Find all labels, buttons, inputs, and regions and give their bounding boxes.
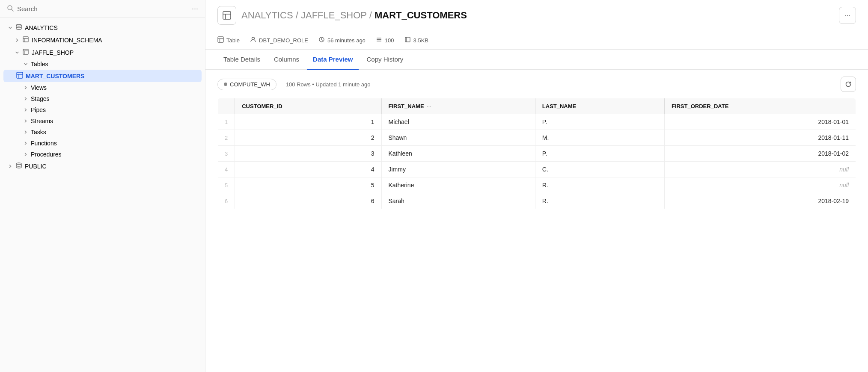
breadcrumb-prefix: ANALYTICS / JAFFLE_SHOP / <box>241 10 375 21</box>
warehouse-badge[interactable]: COMPUTE_WH <box>217 79 276 90</box>
analytics-label: ANALYTICS <box>25 24 58 31</box>
cell-rownum: 4 <box>218 162 235 177</box>
database-icon <box>15 162 22 170</box>
database-icon <box>15 24 22 32</box>
table-row: 5 5 Katherine R. null <box>218 177 856 193</box>
sidebar-item-tasks[interactable]: Tasks <box>0 127 205 138</box>
cell-first-name: Sarah <box>381 193 535 209</box>
col-header-first-name: FIRST_NAME ··· <box>381 98 535 114</box>
cell-customer-id: 4 <box>235 162 381 177</box>
table-icon-box <box>217 6 236 25</box>
cell-first-order-date: 2018-01-11 <box>664 130 856 146</box>
cell-rownum: 5 <box>218 177 235 193</box>
search-icon <box>7 5 14 13</box>
cell-customer-id: 2 <box>235 130 381 146</box>
refresh-button[interactable] <box>841 77 856 92</box>
sidebar-item-information-schema[interactable]: INFORMATION_SCHEMA <box>0 34 205 46</box>
svg-line-1 <box>12 9 13 11</box>
cell-first-name: Kathleen <box>381 146 535 162</box>
tab-table-details[interactable]: Table Details <box>217 50 266 70</box>
sidebar-item-stages[interactable]: Stages <box>0 93 205 104</box>
chevron-down-icon <box>7 24 14 31</box>
col-header-rownum <box>218 98 235 114</box>
cell-rownum: 3 <box>218 146 235 162</box>
sidebar-item-streams[interactable]: Streams <box>0 115 205 127</box>
cell-first-order-date: null <box>664 162 856 177</box>
meta-bar: Table DBT_DEMO_ROLE 56 minutes ago <box>205 31 868 50</box>
cell-first-order-date: 2018-01-02 <box>664 146 856 162</box>
mart-customers-label: MART_CUSTOMERS <box>26 73 84 80</box>
meta-type: Table <box>217 36 240 44</box>
cell-first-order-date: 2018-01-01 <box>664 114 856 130</box>
sidebar-item-views[interactable]: Views <box>0 82 205 93</box>
tab-copy-history[interactable]: Copy History <box>360 50 409 70</box>
type-label: Table <box>226 37 240 44</box>
sidebar-item-procedures[interactable]: Procedures <box>0 149 205 160</box>
svg-rect-16 <box>218 37 223 42</box>
sidebar-item-pipes[interactable]: Pipes <box>0 104 205 115</box>
meta-time: 56 minutes ago <box>318 36 366 44</box>
meta-size: 3.5KB <box>404 36 428 44</box>
cell-customer-id: 1 <box>235 114 381 130</box>
col-more-icon[interactable]: ··· <box>427 103 432 109</box>
cell-first-order-date: 2018-02-19 <box>664 193 856 209</box>
search-label: Search <box>17 5 188 12</box>
schema-icon <box>22 48 29 56</box>
search-bar[interactable]: Search ··· <box>0 0 205 18</box>
sidebar-item-tables[interactable]: Tables <box>0 59 205 70</box>
public-label: PUBLIC <box>25 163 47 170</box>
table-row: 1 1 Michael P. 2018-01-01 <box>218 114 856 130</box>
sidebar-item-analytics[interactable]: ANALYTICS <box>0 21 205 34</box>
col-header-last-name: LAST_NAME <box>535 98 664 114</box>
size-icon <box>404 36 411 44</box>
svg-rect-9 <box>17 72 23 78</box>
pipes-label: Pipes <box>31 106 46 113</box>
cell-customer-id: 6 <box>235 193 381 209</box>
chevron-right-icon <box>22 95 29 102</box>
more-options-button[interactable]: ··· <box>839 7 856 24</box>
col-header-customer-id: CUSTOMER_ID <box>235 98 381 114</box>
breadcrumb: ANALYTICS / JAFFLE_SHOP / MART_CUSTOMERS <box>241 10 834 21</box>
sidebar-item-jaffle-shop[interactable]: JAFFLE_SHOP <box>0 46 205 59</box>
warehouse-label: COMPUTE_WH <box>230 81 270 88</box>
views-label: Views <box>31 84 47 91</box>
cell-first-name: Katherine <box>381 177 535 193</box>
svg-rect-6 <box>23 49 28 54</box>
cell-rownum: 2 <box>218 130 235 146</box>
data-table: CUSTOMER_ID FIRST_NAME ··· LAST_NAME FIR… <box>217 98 856 209</box>
more-options-icon[interactable]: ··· <box>192 4 198 13</box>
stages-label: Stages <box>31 95 50 102</box>
time-label: 56 minutes ago <box>327 37 366 44</box>
tab-columns[interactable]: Columns <box>268 50 305 70</box>
row-info: 100 Rows • Updated 1 minute ago <box>286 81 371 88</box>
chevron-right-icon <box>22 84 29 91</box>
meta-rows: 100 <box>376 36 394 44</box>
cell-first-order-date: null <box>664 177 856 193</box>
chevron-down-icon <box>14 49 21 56</box>
user-icon <box>250 36 256 44</box>
svg-point-2 <box>16 24 21 26</box>
cell-first-name: Jimmy <box>381 162 535 177</box>
cell-customer-id: 3 <box>235 146 381 162</box>
cell-first-name: Shawn <box>381 130 535 146</box>
cell-last-name: C. <box>535 162 664 177</box>
tab-data-preview[interactable]: Data Preview <box>307 50 359 70</box>
table-name: MART_CUSTOMERS <box>375 10 467 21</box>
chevron-down-icon <box>22 61 29 68</box>
svg-rect-24 <box>405 37 410 42</box>
svg-rect-13 <box>223 12 231 19</box>
col-header-first-order-date: FIRST_ORDER_DATE <box>664 98 856 114</box>
sidebar-item-public[interactable]: PUBLIC <box>0 160 205 172</box>
tab-bar: Table Details Columns Data Preview Copy … <box>205 50 868 70</box>
sidebar-item-functions[interactable]: Functions <box>0 138 205 149</box>
chevron-right-icon <box>22 140 29 147</box>
cell-last-name: R. <box>535 177 664 193</box>
svg-point-19 <box>252 37 255 40</box>
tables-label: Tables <box>31 61 48 68</box>
cell-rownum: 1 <box>218 114 235 130</box>
sidebar-tree: ANALYTICS INFORMATION_SCHEMA <box>0 18 205 176</box>
chevron-right-icon <box>22 151 29 158</box>
sidebar-item-mart-customers[interactable]: MART_CUSTOMERS <box>3 70 202 82</box>
role-label: DBT_DEMO_ROLE <box>259 37 308 44</box>
sidebar: Search ··· ANALYTICS <box>0 0 205 372</box>
